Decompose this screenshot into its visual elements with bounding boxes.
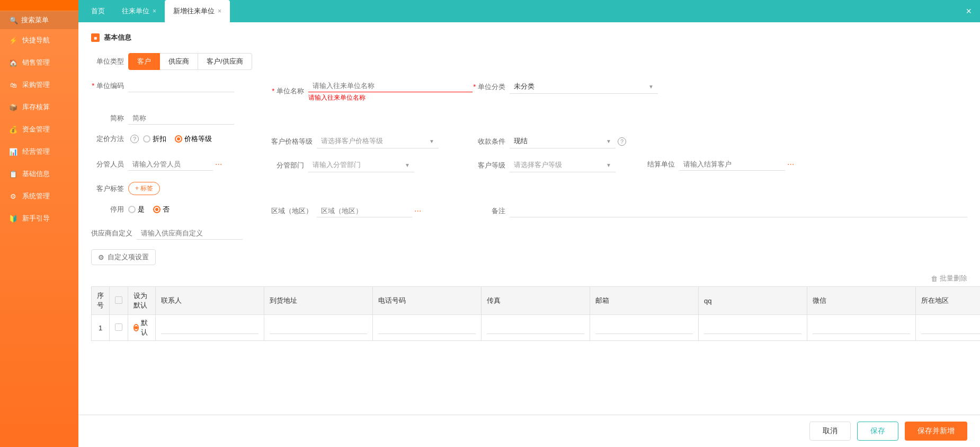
manager-more-btn[interactable]: ···: [213, 160, 224, 169]
short-name-input[interactable]: [128, 112, 234, 125]
sidebar-item-finance[interactable]: 💰 资金管理: [0, 118, 78, 141]
sidebar-item-label: 销售管理: [22, 58, 50, 67]
type-btn-both[interactable]: 客户/供应商: [198, 53, 252, 70]
cancel-button[interactable]: 取消: [809, 422, 851, 441]
customer-level-select[interactable]: 请选择客户等级 ▼: [510, 158, 616, 172]
unit-name-label: 单位名称: [271, 86, 308, 96]
section-title: 基本信息: [104, 33, 131, 42]
save-button[interactable]: 保存: [857, 422, 898, 441]
unit-category-select[interactable]: 未分类 ▼: [510, 80, 658, 94]
tab-new-counterparty-label: 新增往来单位: [173, 6, 215, 16]
sales-icon: 🏠: [8, 58, 18, 67]
settlement-input[interactable]: [679, 158, 785, 171]
operations-icon: 📊: [8, 147, 18, 156]
disabled-label: 停用: [91, 205, 128, 214]
payment-terms-label: 收款条件: [473, 137, 510, 146]
manager-label: 分管人员: [91, 160, 128, 169]
settlement-more-btn[interactable]: ···: [785, 160, 796, 169]
settlement-label: 结算单位: [642, 160, 679, 169]
remarks-input[interactable]: [510, 205, 967, 217]
form-group-customer-price: 客户价格等级 请选择客户价格等级 ▼: [271, 134, 473, 148]
custom-settings-button[interactable]: ⚙ 自定义项设置: [91, 249, 156, 265]
unit-code-label: 单位编码: [91, 81, 128, 91]
form-group-pricing-method: 定价方法 ? 折扣 价格等级: [91, 134, 271, 144]
payment-terms-select[interactable]: 现结 ▼: [510, 134, 616, 148]
th-fax: 传真: [482, 287, 590, 315]
pricing-help-icon[interactable]: ?: [130, 135, 139, 143]
sidebar-item-basic-info[interactable]: 📋 基础信息: [0, 163, 78, 185]
form-row-supplier-custom: 供应商自定义: [91, 227, 967, 240]
row-seq: 1: [92, 315, 110, 341]
sidebar-title: [0, 0, 78, 11]
row-checkbox[interactable]: [110, 315, 128, 341]
search-menu[interactable]: 🔍 搜索菜单: [0, 11, 78, 29]
region-more-btn[interactable]: ···: [412, 206, 423, 216]
sidebar-item-purchase[interactable]: 🛍 采购管理: [0, 74, 78, 96]
tab-counterparty[interactable]: 往来单位 ×: [113, 0, 165, 22]
sidebar-item-inventory[interactable]: 📦 库存核算: [0, 96, 78, 118]
payment-help-icon[interactable]: ?: [618, 137, 626, 146]
unit-name-error: 请输入往来单位名称: [308, 93, 473, 102]
row-qq[interactable]: [699, 315, 807, 341]
section-basic-info: ■ 基本信息: [91, 33, 967, 42]
add-tag-button[interactable]: + 标签: [128, 182, 160, 195]
pricing-discount-option[interactable]: 折扣: [143, 134, 166, 144]
form-group-unit-name: 单位名称 请输入往来单位名称: [271, 80, 473, 102]
tab-counterparty-close[interactable]: ×: [153, 7, 156, 15]
row-phone[interactable]: [373, 315, 482, 341]
row-email[interactable]: [590, 315, 699, 341]
sidebar-item-operations[interactable]: 📊 经营管理: [0, 141, 78, 163]
th-email: 邮箱: [590, 287, 699, 315]
purchase-icon: 🛍: [8, 80, 18, 90]
row-address[interactable]: [264, 315, 373, 341]
sidebar-item-sales[interactable]: 🏠 销售管理: [0, 51, 78, 74]
row-checkbox-input[interactable]: [115, 323, 122, 331]
disabled-yes-option[interactable]: 是: [128, 205, 145, 214]
tab-bar: 首页 往来单位 × 新增往来单位 × ×: [78, 0, 980, 22]
disabled-no-option[interactable]: 否: [153, 205, 170, 214]
sidebar-item-guide[interactable]: 🔰 新手引导: [0, 207, 78, 230]
save-and-new-button[interactable]: 保存并新增: [905, 422, 967, 441]
sidebar: 🔍 搜索菜单 ⚡ 快捷导航 🏠 销售管理 🛍 采购管理 📦 库存核算 💰 资金管…: [0, 0, 78, 447]
row-wechat[interactable]: [807, 315, 916, 341]
unit-name-input[interactable]: [308, 80, 473, 92]
row-contact[interactable]: [156, 315, 264, 341]
department-placeholder: 请输入分管部门: [313, 160, 403, 170]
sidebar-item-quick-nav[interactable]: ⚡ 快捷导航: [0, 29, 78, 51]
tab-new-counterparty-close[interactable]: ×: [218, 7, 221, 15]
type-btn-customer[interactable]: 客户: [128, 53, 160, 70]
department-select[interactable]: 请输入分管部门 ▼: [308, 158, 414, 172]
gear-icon: ⚙: [98, 253, 104, 261]
form-group-region: 区域（地区） ···: [271, 205, 473, 217]
sidebar-item-system[interactable]: ⚙ 系统管理: [0, 185, 78, 207]
th-seq: 序号: [92, 287, 110, 315]
tab-new-counterparty[interactable]: 新增往来单位 ×: [165, 0, 230, 22]
form-row-disabled: 停用 是 否 区域（地区） ··· 备注: [91, 205, 967, 217]
tab-counterparty-label: 往来单位: [122, 6, 149, 16]
tab-home[interactable]: 首页: [83, 0, 113, 22]
sidebar-item-label: 系统管理: [22, 191, 50, 201]
customer-level-placeholder: 请选择客户等级: [514, 160, 604, 170]
row-fax[interactable]: [482, 315, 590, 341]
inventory-icon: 📦: [8, 102, 18, 112]
type-btn-supplier[interactable]: 供应商: [160, 53, 198, 70]
form-row-unit-type: 单位类型 客户 供应商 客户/供应商: [91, 53, 967, 70]
row-region[interactable]: [916, 315, 981, 341]
manager-input[interactable]: [128, 158, 213, 171]
select-all-checkbox[interactable]: [115, 296, 122, 304]
unit-code-input[interactable]: 000009: [128, 80, 234, 92]
row-default-radio-option[interactable]: 默认: [133, 318, 150, 337]
customer-price-select[interactable]: 请选择客户价格等级 ▼: [317, 134, 439, 148]
region-label: 区域（地区）: [271, 206, 317, 216]
unit-category-value: 未分类: [514, 82, 646, 91]
table-row: 1 默认: [92, 315, 981, 341]
region-input[interactable]: [317, 205, 412, 217]
batch-delete-label[interactable]: 批量删除: [940, 274, 967, 283]
supplier-custom-label: 供应商自定义: [91, 229, 137, 238]
custom-settings-label: 自定义项设置: [108, 252, 149, 262]
supplier-custom-input[interactable]: [137, 227, 243, 240]
th-wechat: 微信: [807, 287, 916, 315]
close-all-tabs[interactable]: ×: [961, 6, 976, 17]
customer-price-placeholder: 请选择客户价格等级: [321, 136, 427, 146]
pricing-level-option[interactable]: 价格等级: [175, 134, 212, 144]
